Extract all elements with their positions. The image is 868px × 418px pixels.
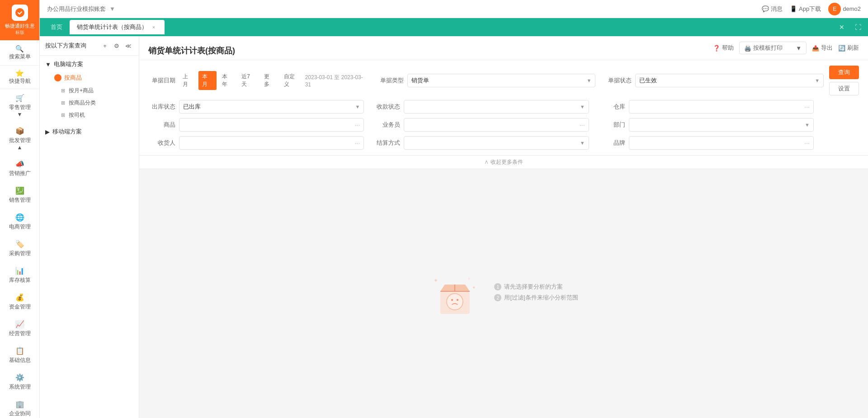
tab-home[interactable]: 首页 [43,20,70,34]
help-btn[interactable]: ❓ 帮助 [713,44,734,52]
marketing-icon: 📣 [15,160,24,168]
svg-text:✦: ✦ [472,285,476,290]
sidebar-item-finance[interactable]: 💰 资金管理 [0,289,39,315]
date-prev-month[interactable]: 上月 [179,71,197,90]
bill-type-label: 单据类型 [377,76,404,85]
subitem-label-3: 按司机 [69,111,85,119]
warehouse-control[interactable]: ··· [629,100,814,114]
sidebar-item-inventory[interactable]: 📊 库存核算 [0,262,39,289]
user-label: demo2 [843,5,861,12]
date-more[interactable]: 更多 [260,71,278,90]
collapse-panel-btn[interactable]: ≪ [123,41,133,51]
date-control: 上月 本月 本年 近7天 更多 自定义 2023-03-01 至 2023-03… [179,71,368,90]
filter-staff: 业务员 ··· [373,118,589,132]
system-icon: ⚙️ [15,373,24,382]
date-recent7[interactable]: 近7天 [238,71,259,90]
dept-control[interactable]: ▼ [629,118,814,132]
app-download-btn[interactable]: 📱 App下载 [790,5,821,13]
date-this-year[interactable]: 本年 [218,71,236,90]
sidebar-item-sales[interactable]: 💹 销售管理 [0,182,39,209]
sidebar-item-basic[interactable]: 📋 基础信息 [0,342,39,369]
retail-arrow: ▼ [17,111,23,118]
page-title: 销货单统计计表(按商品) [148,45,235,56]
date-this-month[interactable]: 本月 [198,71,216,90]
operation-icon: 📈 [15,320,24,328]
desktop-group-header[interactable]: ▼ 电脑端方案 [40,57,139,71]
user-profile[interactable]: E demo2 [828,3,861,15]
filter-row-1: 单据日期 上月 本月 本年 近7天 更多 自定义 2023-03-01 至 20… [148,66,859,95]
tab-close-action[interactable]: ✕ [835,21,848,33]
print-dropdown[interactable]: ▼ [791,43,806,53]
bill-type-control[interactable]: 销货单 ▼ [407,74,596,87]
hint-2: 2 用[过滤]条件来缩小分析范围 [494,294,578,302]
payment-status-control[interactable]: ▼ [404,100,589,114]
svg-point-0 [15,8,24,17]
collapse-label: ∧ 收起更多条件 [484,159,523,165]
sidebar-item-marketing[interactable]: 📣 营销推广 [0,155,39,182]
filter-delivery-status: 出库状态 已出库 ▼ [148,100,364,114]
mobile-scheme-group: ▶ 移动端方案 [40,123,139,140]
filter-warehouse: 仓库 ··· [598,100,814,114]
basic-icon: 📋 [15,347,24,355]
settings-scheme-btn[interactable]: ⚙ [112,41,122,51]
sidebar-item-wholesale[interactable]: 📦 批发管理 ▲ [0,122,39,155]
filter-dept: 部门 ▼ [598,118,814,132]
scheme-subitem-month-goods[interactable]: ⊞ 按月+商品 [40,85,139,97]
receiver-control[interactable]: ··· [179,136,364,150]
subitem-icon-3: ⊞ [60,112,66,119]
payment-method-control[interactable]: ▼ [404,136,589,150]
phone-icon: 📱 [790,5,797,12]
filter-goods: 商品 ··· [148,118,364,132]
print-btn-group: 🖨️ 按模板打印 ▼ [739,42,807,54]
sidebar-item-ecom[interactable]: 🌐 电商管理 [0,209,39,235]
right-panel: 销货单统计计表(按商品) ❓ 帮助 🖨️ 按模板打印 ▼ [139,36,868,418]
message-btn[interactable]: 💬 消息 [762,5,783,13]
warehouse-dots: ··· [804,103,810,110]
bill-status-control[interactable]: 已生效 ▼ [635,74,824,87]
tab-active[interactable]: 销货单统计计表（按商品） × [70,20,165,34]
finance-icon: 💰 [15,293,24,302]
scheme-subitem-driver[interactable]: ⊞ 按司机 [40,109,139,121]
tab-home-label: 首页 [51,23,62,31]
staff-label: 业务员 [373,121,400,129]
svg-point-5 [447,294,463,310]
print-btn[interactable]: 🖨️ 按模板打印 [740,42,787,54]
refresh-btn[interactable]: 🔄 刷新 [838,44,859,52]
warehouse-label: 仓库 [598,103,625,111]
add-scheme-btn[interactable]: + [100,41,110,51]
enterprise-icon: 🏢 [15,400,24,408]
staff-control[interactable]: ··· [404,118,589,132]
industry-dropdown-icon[interactable]: ▼ [109,5,115,12]
collapse-bar[interactable]: ∧ 收起更多条件 [139,156,868,169]
tab-close-btn[interactable]: × [150,24,157,31]
query-btn[interactable]: 查询 [829,66,859,79]
sidebar-item-enterprise[interactable]: 🏢 企业协同 [0,395,39,418]
scheme-item-by-goods[interactable]: 按商品 [40,71,139,85]
sidebar-item-purchase[interactable]: 🏷️ 采购管理 [0,235,39,262]
retail-icon: 🛒 [15,94,24,102]
brand-control[interactable]: ··· [629,136,814,150]
avatar-initial: E [833,6,836,12]
filter-row-2: 出库状态 已出库 ▼ 收款状态 ▼ [148,100,859,114]
sidebar-item-system[interactable]: ⚙️ 系统管理 [0,369,39,395]
mobile-group-header[interactable]: ▶ 移动端方案 [40,125,139,138]
sales-icon: 💹 [15,186,24,195]
date-custom[interactable]: 自定义 [280,71,303,90]
sidebar-item-operation[interactable]: 📈 经营管理 [0,315,39,342]
sidebar-item-retail[interactable]: 🛒 零售管理 ▼ [0,89,39,122]
export-icon: 📤 [812,45,819,52]
export-btn[interactable]: 📤 导出 [812,44,833,52]
tab-expand-action[interactable]: ⛶ [852,21,864,33]
receiver-label: 收货人 [148,139,175,147]
bill-status-arrow: ▼ [815,78,820,83]
goods-control[interactable]: ··· [179,118,364,132]
sidebar-nav-shortcut[interactable]: ⭐ 快捷导航 [0,66,39,89]
scheme-subitem-category[interactable]: ⊞ 按商品分类 [40,97,139,109]
settings-btn[interactable]: 设置 [829,82,859,95]
delivery-status-control[interactable]: 已出库 ▼ [179,100,364,114]
sidebar-search[interactable]: 🔍 消息 搜索菜单 [0,40,39,66]
payment-status-arrow: ▼ [580,104,585,109]
export-label: 导出 [821,44,833,52]
delivery-status-label: 出库状态 [148,103,175,111]
svg-point-6 [451,299,453,301]
